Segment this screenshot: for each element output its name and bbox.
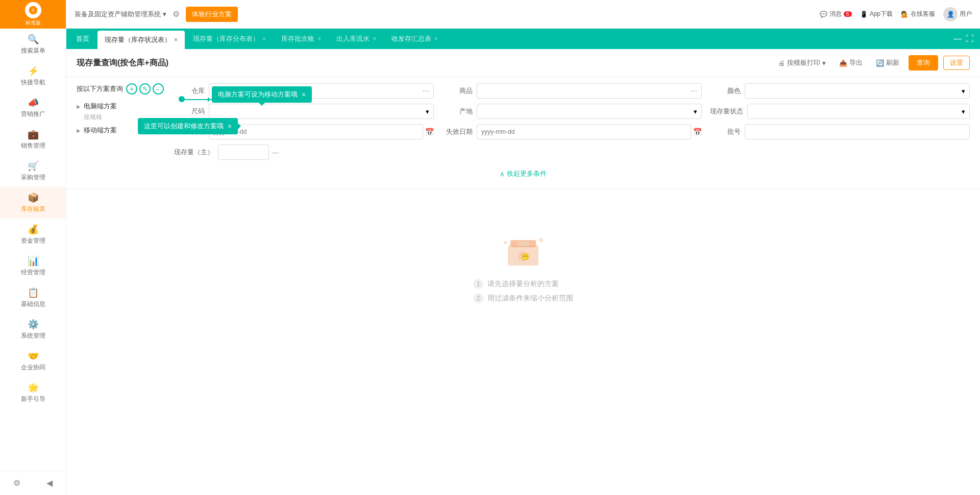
top-header: 装备及固定资产辅助管理系统 ▾ ⚙ 体验行业方案 💬 消息 6 📱 App下载 … [66,0,980,29]
sidebar-collapse-btn[interactable]: ◀ [46,478,53,488]
scheme-controls: + ✎ ← [126,83,164,95]
expire-date-wrap: 📅 [477,124,702,139]
export-btn[interactable]: 📤 导出 [835,56,867,69]
empty-hint-2: 2 用过滤条件来缩小分析范围 [473,293,573,303]
sidebar-settings-btn[interactable]: ⚙ [13,478,20,488]
tab-stock-status[interactable]: 现存量（库存状况表） × [97,31,185,49]
scheme-desktop-arrow: ▶ [77,104,81,109]
finance-icon: 💰 [28,224,39,235]
sidebar-nav: 🔍 搜索菜单 ⚡ 快捷导航 📣 营销推广 💼 销售管理 🛒 采购管理 📦 库存核… [0,29,66,470]
goods-select[interactable]: ··· [477,83,702,99]
scheme-edit-btn[interactable]: ✎ [139,83,151,95]
tab-minus-icon[interactable]: — [953,34,962,43]
warehouse-dots[interactable]: ··· [423,86,429,96]
logo-label: 标准版 [26,19,41,27]
online-support-label: 在线客服 [911,10,935,18]
print-btn[interactable]: 🖨 按模板打印 ▾ [774,56,830,69]
industry-btn[interactable]: 体验行业方案 [186,7,238,22]
sidebar-item-operations[interactable]: 📊 经营管理 [0,250,66,282]
stock-status-select[interactable]: ▾ [747,104,970,119]
app-download-btn[interactable]: 📱 App下载 [860,10,893,18]
message-icon: 💬 [820,11,827,18]
app-download-label: App下载 [870,10,893,18]
purchase-icon: 🛒 [28,160,39,172]
tab-stock-status-close[interactable]: × [174,36,178,43]
tab-summary-close[interactable]: × [434,35,438,42]
stock-min-input[interactable] [218,145,269,160]
tab-stock-dist-close[interactable]: × [262,35,266,42]
origin-select[interactable]: ▾ [477,104,702,119]
refresh-icon: 🔄 [876,59,884,67]
sidebar-item-basic[interactable]: 📋 基础信息 [0,282,66,314]
color-select[interactable]: ▾ [745,83,970,99]
scheme-item-desktop[interactable]: ▶ 电脑端方案 [77,101,164,112]
empty-illustration: 😶 [498,230,549,271]
stock-status-dropdown-icon: ▾ [962,108,965,115]
user-avatar: 👤 [943,7,958,21]
tab-bar-actions: — ⛶ [953,34,978,43]
tooltip-scheme-create: 这里可以创建和修改方案哦 × [138,118,238,134]
range-dash: — [272,149,279,156]
arrow-dot [179,96,185,102]
sidebar-item-sales[interactable]: 💼 销售管理 [0,124,66,155]
origin-dropdown-icon: ▾ [694,108,697,115]
message-badge: 6 [844,11,852,17]
size-select[interactable]: ▾ [209,104,434,119]
scheme-add-btn[interactable]: + [126,83,137,95]
tab-home[interactable]: 首页 [69,31,96,47]
color-label: 颜色 [710,86,741,96]
expire-calendar-icon[interactable]: 📅 [693,128,702,136]
sidebar-item-inventory[interactable]: 📦 库存核算 [0,187,66,219]
produce-calendar-icon[interactable]: 📅 [425,128,434,136]
svg-text:6: 6 [32,8,34,13]
user-profile[interactable]: 👤 用户 [943,7,972,21]
scheme-arrow-btn[interactable]: ← [153,83,164,95]
sidebar-item-marketing[interactable]: 📣 营销推广 [0,92,66,124]
tab-batch[interactable]: 库存批次账 × [274,31,328,47]
tooltip2-close[interactable]: × [228,122,232,130]
system-selector[interactable]: 装备及固定资产辅助管理系统 ▾ [75,10,166,19]
support-icon: 💁 [901,11,909,18]
sidebar-item-system[interactable]: ⚙️ 系统管理 [0,314,66,345]
sidebar-item-newbie[interactable]: 🌟 新手引导 [0,377,66,409]
app-logo: 6 标准版 [0,0,66,29]
tooltip1-close[interactable]: × [302,90,306,99]
filter-label: 按以下方案查询 [77,84,123,93]
expire-date-input[interactable] [477,124,691,139]
refresh-btn[interactable]: 🔄 刷新 [872,56,903,69]
sidebar-item-search[interactable]: 🔍 搜索菜单 [0,29,66,60]
message-btn[interactable]: 💬 消息 6 [820,10,852,18]
query-btn[interactable]: 查询 [909,55,938,70]
goods-dots[interactable]: ··· [691,86,697,96]
empty-num-2: 2 [473,293,483,303]
tab-expand-icon[interactable]: ⛶ [966,34,974,43]
tab-inout[interactable]: 出入库流水 × [329,31,383,47]
tab-batch-close[interactable]: × [317,35,321,42]
size-label: 尺码 [174,107,205,116]
sidebar-label-purchase: 采购管理 [21,173,45,182]
tab-summary[interactable]: 收发存汇总表 × [384,31,445,47]
online-support-btn[interactable]: 💁 在线客服 [901,10,935,18]
collapse-bar[interactable]: ∧ 收起更多条件 [77,165,970,182]
sidebar-item-quicknav[interactable]: ⚡ 快捷导航 [0,60,66,92]
set-btn[interactable]: 设置 [943,56,970,70]
sidebar-item-purchase[interactable]: 🛒 采购管理 [0,155,66,187]
batch-label: 批号 [710,127,741,136]
global-settings-icon[interactable]: ⚙ [173,9,180,19]
basic-icon: 📋 [28,287,39,298]
tab-batch-label: 库存批次账 [281,34,314,43]
tab-stock-dist[interactable]: 现存量（库存分布表） × [186,31,273,47]
message-label: 消息 [829,10,842,18]
warehouse-label: 仓库 [174,86,205,96]
batch-input[interactable] [745,124,970,139]
tab-inout-label: 出入库流水 [336,34,370,43]
tab-summary-label: 收发存汇总表 [391,34,431,43]
tab-inout-close[interactable]: × [373,35,376,42]
empty-num-1: 1 [473,279,483,289]
sidebar-item-collab[interactable]: 🤝 企业协同 [0,345,66,377]
sidebar-item-finance[interactable]: 💰 资金管理 [0,219,66,250]
sidebar-label-system: 系统管理 [21,332,45,340]
filter-stock-status: 现存量状态 ▾ [710,104,970,119]
header-actions: 💬 消息 6 📱 App下载 💁 在线客服 👤 用户 [820,7,972,21]
filter-stock-main: 现存量（主） — [174,145,434,160]
